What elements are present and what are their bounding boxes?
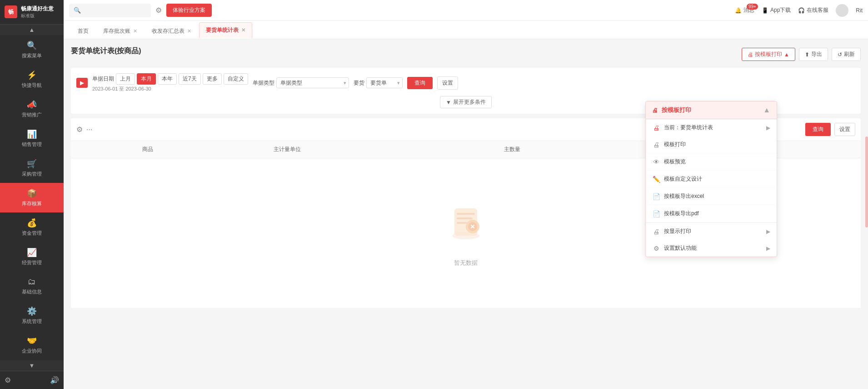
- template-preview-label: 模板预览: [664, 158, 686, 166]
- sidebar-item-basic[interactable]: 🗂 基础信息: [0, 272, 64, 301]
- more-button[interactable]: ···: [86, 126, 92, 134]
- tab-order-stats[interactable]: 要货单统计表✕: [199, 22, 252, 39]
- system-icon: ⚙️: [27, 306, 37, 316]
- svg-rect-2: [457, 213, 475, 215]
- sidebar-item-marketing[interactable]: 📣 营销推广: [0, 94, 64, 124]
- tab-inventory-batch[interactable]: 库存批次账✕: [96, 23, 144, 39]
- dropdown-item-template-print[interactable]: 🖨 模板打印: [646, 136, 777, 153]
- tab-payment-summary[interactable]: 收发存汇总表✕: [145, 23, 198, 39]
- filter-row-1: ▶ 单据日期 上月 本月 本年 近7天 更多 自定义 2023-06-01 至 …: [76, 73, 855, 92]
- this-year-btn[interactable]: 本年: [158, 73, 177, 85]
- query-button[interactable]: 查询: [407, 77, 433, 89]
- template-print-dropdown: 🖨 按模板打印 ▲ 🖨 当前：要货单统计表 ▶ 🖨 模板打印 👁: [645, 101, 777, 257]
- display-print-left: 🖨 按显示打印: [652, 227, 691, 235]
- dropdown-item-export-pdf[interactable]: 📄 按模板导出pdf: [646, 205, 777, 222]
- online-service-button[interactable]: 🎧 在线客服: [798, 6, 828, 14]
- scrollbar-handle[interactable]: [865, 136, 868, 227]
- default-func-icon: ⚙: [652, 245, 660, 252]
- dropdown-section-2: 🖨 按显示打印 ▶ ⚙ 设置默认功能 ▶: [646, 222, 777, 257]
- tab-label-payment-summary: 收发存汇总表: [152, 27, 185, 35]
- avatar[interactable]: [836, 4, 848, 17]
- last-month-btn[interactable]: 上月: [116, 73, 135, 85]
- username-label[interactable]: Rit: [856, 7, 863, 14]
- sidebar-label-basic: 基础信息: [22, 288, 42, 295]
- table-settings-button[interactable]: 设置: [834, 123, 855, 136]
- expand-icon: ▼: [446, 99, 451, 106]
- search-icon: 🔍: [74, 7, 81, 14]
- settings-button[interactable]: 设置: [437, 76, 458, 90]
- sidebar-item-sales[interactable]: 📊 销售管理: [0, 124, 64, 153]
- sidebar-scroll-down[interactable]: ▼: [0, 360, 64, 371]
- inventory-icon: 📦: [27, 188, 37, 198]
- yaohuocai-select[interactable]: 要货单: [366, 77, 403, 88]
- display-print-label: 按显示打印: [664, 227, 691, 235]
- mobile-icon: 📱: [762, 7, 768, 14]
- sidebar-item-purchase[interactable]: 🛒 采购管理: [0, 153, 64, 183]
- app-download-button[interactable]: 📱 App下载: [762, 6, 791, 14]
- display-print-icon: 🖨: [652, 228, 660, 235]
- dropdown-item-default-func[interactable]: ⚙ 设置默认功能 ▶: [646, 240, 777, 257]
- topbar: 🔍 ⚙ 体验行业方案 🔔 消息 99+ 📱 App下载 🎧 在线客服 Rit: [64, 0, 868, 21]
- marketing-icon: 📣: [27, 100, 37, 110]
- filter-expand-left-button[interactable]: ▶: [76, 78, 88, 88]
- expand-more-btn[interactable]: ▼ 展开更多条件: [440, 96, 492, 108]
- sidebar-item-operation[interactable]: 📈 经营管理: [0, 242, 64, 272]
- last-7days-btn[interactable]: 近7天: [179, 73, 201, 85]
- content-actions: 🖨 按模板打印 ▲ ⬆ 导出 ↺ 刷新: [742, 48, 861, 61]
- dropdown-current-left: 🖨 当前：要货单统计表: [652, 124, 713, 131]
- type-select[interactable]: 单据类型: [276, 77, 349, 88]
- sidebar-item-collab[interactable]: 🤝 企业协同: [0, 330, 64, 360]
- tab-home[interactable]: 首页: [71, 23, 95, 39]
- type-select-wrap: 单据类型: [276, 77, 349, 88]
- settings-icon[interactable]: ⚙: [5, 376, 11, 384]
- sidebar: 畅 畅康通好生意 标准版 ▲ 🔍 搜索菜单 ⚡ 快捷导航 📣 营销推广 📊 销售…: [0, 0, 64, 389]
- messages-button[interactable]: 🔔 消息 99+: [735, 6, 754, 14]
- sidebar-item-quicknav[interactable]: ⚡ 快捷导航: [0, 65, 64, 94]
- dropdown-current-icon: 🖨: [652, 124, 660, 131]
- date-range-display: 2023-06-01 至 2023-06-30: [92, 86, 248, 92]
- table-settings-icon[interactable]: ⚙: [76, 125, 83, 134]
- yaohuocai-filter: 要货 要货单: [354, 77, 403, 88]
- search-input[interactable]: [84, 7, 138, 14]
- sidebar-item-finance[interactable]: 💰 资金管理: [0, 212, 64, 242]
- dropdown-item-template-preview[interactable]: 👁 模板预览: [646, 153, 777, 171]
- tab-close-inventory-batch[interactable]: ✕: [133, 28, 137, 34]
- dropdown-header: 🖨 按模板打印 ▲: [646, 101, 777, 119]
- gear-icon[interactable]: ⚙: [155, 6, 162, 15]
- dropdown-current-template[interactable]: 🖨 当前：要货单统计表 ▶: [646, 119, 777, 136]
- sidebar-item-search[interactable]: 🔍 搜索菜单: [0, 35, 64, 65]
- dropdown-up-icon[interactable]: ▲: [763, 106, 770, 114]
- trial-button[interactable]: 体验行业方案: [166, 4, 212, 17]
- template-print-button[interactable]: 🖨 按模板打印 ▲: [742, 48, 795, 61]
- dropdown-item-display-print[interactable]: 🖨 按显示打印 ▶: [646, 223, 777, 240]
- dropdown-item-template-design[interactable]: ✏️ 模板自定义设计: [646, 171, 777, 188]
- refresh-icon: ↺: [838, 51, 842, 58]
- dropdown-item-export-excel[interactable]: 📄 按模板导出excel: [646, 188, 777, 205]
- sidebar-item-system[interactable]: ⚙️ 系统管理: [0, 301, 64, 330]
- this-month-btn[interactable]: 本月: [137, 73, 156, 85]
- tab-close-order-stats[interactable]: ✕: [241, 27, 245, 33]
- empty-illustration: [443, 199, 489, 245]
- sales-icon: 📊: [27, 129, 37, 139]
- table-header-3: 主数量: [499, 141, 663, 158]
- sidebar-scroll-up[interactable]: ▲: [0, 25, 64, 35]
- sidebar-logo: 畅 畅康通好生意 标准版: [0, 0, 64, 25]
- table-query-button[interactable]: 查询: [805, 123, 831, 136]
- tab-label-inventory-batch: 库存批次账: [103, 27, 130, 35]
- search-icon: 🔍: [27, 40, 37, 51]
- tab-close-payment-summary[interactable]: ✕: [187, 28, 191, 34]
- sidebar-item-inventory[interactable]: 📦 库存核算: [0, 183, 64, 212]
- logo-text: 畅康通好生意 标准版: [21, 5, 54, 19]
- export-button[interactable]: ⬆ 导出: [799, 48, 828, 61]
- main-area: 🔍 ⚙ 体验行业方案 🔔 消息 99+ 📱 App下载 🎧 在线客服 Rit 首…: [64, 0, 868, 389]
- custom-btn[interactable]: 自定义: [224, 73, 248, 85]
- template-design-label: 模板自定义设计: [664, 175, 702, 183]
- template-design-icon: ✏️: [652, 176, 660, 183]
- yaohuocai-label: 要货: [354, 79, 364, 87]
- more-btn[interactable]: 更多: [203, 73, 222, 85]
- search-box[interactable]: 🔍: [69, 4, 151, 17]
- default-func-label: 设置默认功能: [664, 244, 697, 252]
- sidebar-label-search: 搜索菜单: [22, 52, 42, 59]
- refresh-button[interactable]: ↺ 刷新: [832, 48, 861, 61]
- audio-icon[interactable]: 🔊: [50, 376, 59, 384]
